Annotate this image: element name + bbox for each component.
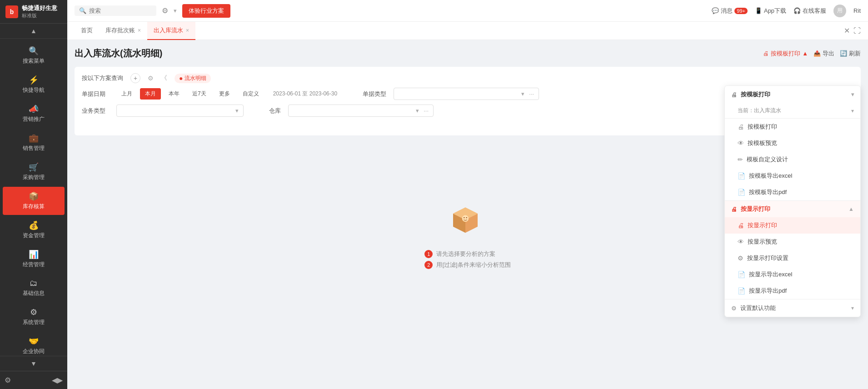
online-service-button[interactable]: 🎧 在线客服 bbox=[793, 7, 826, 15]
print-template-button[interactable]: 🖨 按模板打印 ▲ bbox=[763, 50, 808, 58]
template-print-header-icon: 🖨 bbox=[731, 91, 737, 98]
sidebar-item-quick-nav[interactable]: ⚡ 快捷导航 bbox=[3, 70, 65, 99]
sidebar-item-purchase[interactable]: 🛒 采购管理 bbox=[3, 158, 65, 186]
warehouse-select[interactable]: ▾ ··· bbox=[288, 105, 434, 117]
template-preview-label: 按模板预览 bbox=[748, 139, 777, 147]
tab-flow-close[interactable]: × bbox=[186, 27, 189, 34]
industry-solution-button[interactable]: 体验行业方案 bbox=[182, 4, 230, 18]
sidebar-item-system[interactable]: ⚙ 系统管理 bbox=[3, 303, 65, 331]
sidebar-item-label: 营销推广 bbox=[23, 115, 45, 123]
biz-type-select[interactable]: ▾ bbox=[116, 105, 244, 117]
dropdown-footer[interactable]: ⚙ 设置默认功能 ▾ bbox=[725, 299, 860, 317]
filter-settings-button[interactable]: ⚙ bbox=[148, 75, 154, 82]
sidebar-logo: b 畅捷通好生意 标准版 bbox=[0, 0, 67, 24]
step-1-label: 请先选择要分析的方案 bbox=[436, 250, 495, 258]
user-avatar[interactable]: 用 bbox=[833, 5, 846, 17]
display-print-header[interactable]: 🖨 按显示打印 ▲ bbox=[725, 201, 860, 217]
filter-date-last-7-days[interactable]: 近7天 bbox=[187, 88, 211, 100]
refresh-button[interactable]: 🔄 刷新 bbox=[840, 50, 861, 58]
filter-add-button[interactable]: + bbox=[130, 73, 140, 83]
tab-home-label: 首页 bbox=[81, 26, 93, 35]
doc-type-more[interactable]: ··· bbox=[529, 90, 534, 97]
sidebar-item-marketing[interactable]: 📣 营销推广 bbox=[3, 100, 65, 128]
date-range-display: 2023-06-01 至 2023-06-30 bbox=[273, 90, 337, 98]
topbar-search-box[interactable]: 🔍 bbox=[75, 5, 156, 16]
tab-batch-account[interactable]: 库存批次账 × bbox=[99, 22, 147, 40]
sidebar-scroll-down[interactable]: ▼ bbox=[29, 358, 39, 369]
display-preview-item[interactable]: 👁 按显示预览 bbox=[725, 234, 860, 250]
tab-home[interactable]: 首页 bbox=[75, 22, 99, 40]
app-download-icon: 📱 bbox=[755, 7, 762, 14]
sidebar-item-enterprise[interactable]: 🤝 企业协同 bbox=[3, 332, 65, 356]
date-label: 单据日期 bbox=[82, 90, 109, 98]
template-export-pdf-item[interactable]: 📄 按模板导出pdf bbox=[725, 184, 860, 200]
display-print-item[interactable]: 🖨 按显示打印 bbox=[725, 217, 860, 234]
step-num-1: 1 bbox=[424, 250, 433, 258]
page-content: 出入库流水(流水明细) 🖨 按模板打印 ▲ 📤 导出 🔄 刷新 bbox=[67, 40, 868, 389]
sidebar-item-search[interactable]: 🔍 搜索菜单 bbox=[3, 41, 65, 70]
tab-batch-account-label: 库存批次账 bbox=[105, 26, 135, 35]
filter-tag-flow[interactable]: ● 流水明细 bbox=[175, 74, 211, 83]
filter-date-custom[interactable]: 自定义 bbox=[238, 88, 264, 100]
sidebar-item-basic[interactable]: 🗂 基础信息 bbox=[3, 274, 65, 302]
sidebar-item-inventory[interactable]: 📦 库存核算 bbox=[3, 187, 65, 215]
topbar-dropdown-icon[interactable]: ▾ bbox=[174, 7, 177, 14]
template-custom-item[interactable]: ✏ 模板自定义设计 bbox=[725, 151, 860, 168]
display-preview-icon: 👁 bbox=[738, 238, 744, 245]
svg-point-4 bbox=[462, 215, 469, 222]
finance-icon: 💰 bbox=[29, 220, 39, 230]
display-print-arrow: ▲ bbox=[848, 206, 854, 212]
filter-date-last-month[interactable]: 上月 bbox=[116, 88, 137, 100]
sidebar-nav: 🔍 搜索菜单 ⚡ 快捷导航 📣 营销推广 💼 销售管理 🛒 采购管理 📦 库存核… bbox=[0, 39, 67, 356]
messages-button[interactable]: 💬 消息 99+ bbox=[712, 7, 748, 15]
print-template-label: 按模板打印 bbox=[771, 50, 800, 58]
footer-collapse-icon[interactable]: ◀▶ bbox=[52, 376, 63, 384]
template-print-item-label: 按模板打印 bbox=[748, 123, 777, 131]
filter-date-more[interactable]: 更多 bbox=[214, 88, 235, 100]
sidebar-item-finance[interactable]: 💰 资金管理 bbox=[3, 216, 65, 244]
filter-collapse-button[interactable]: 《 bbox=[161, 74, 167, 82]
user-name: Rit bbox=[853, 7, 861, 14]
sidebar-item-operation[interactable]: 📊 经营管理 bbox=[3, 245, 65, 273]
tab-close-window-icon[interactable]: ✕ bbox=[844, 26, 850, 35]
filter-date-tabs: 上月 本月 本年 近7天 更多 自定义 bbox=[116, 88, 264, 100]
sidebar-item-sales[interactable]: 💼 销售管理 bbox=[3, 129, 65, 157]
app-download-button[interactable]: 📱 App下载 bbox=[755, 7, 786, 15]
filter-tag-label: 流水明细 bbox=[185, 75, 206, 82]
sidebar-footer: ⚙ ◀▶ bbox=[0, 371, 67, 389]
display-export-pdf-label: 按显示导出pdf bbox=[749, 287, 787, 295]
svg-point-6 bbox=[466, 217, 467, 219]
display-print-settings-icon: ⚙ bbox=[738, 254, 743, 262]
template-print-header[interactable]: 🖨 按模板打印 ▾ bbox=[725, 86, 860, 103]
tab-maximize-icon[interactable]: ⛶ bbox=[853, 27, 861, 35]
display-export-pdf-item[interactable]: 📄 按显示导出pdf bbox=[725, 283, 860, 299]
template-custom-icon: ✏ bbox=[738, 156, 743, 163]
filter-date-current-month[interactable]: 本月 bbox=[140, 88, 161, 100]
topbar-gear-icon[interactable]: ⚙ bbox=[162, 6, 168, 15]
display-print-settings-item[interactable]: ⚙ 按显示打印设置 bbox=[725, 250, 860, 266]
export-label: 导出 bbox=[823, 50, 834, 58]
template-preview-item[interactable]: 👁 按模板预览 bbox=[725, 135, 860, 151]
export-button[interactable]: 📤 导出 bbox=[813, 50, 834, 58]
step-num-2: 2 bbox=[424, 261, 433, 269]
step-2-label: 用[过滤]条件来缩小分析范围 bbox=[436, 261, 510, 269]
tab-flow[interactable]: 出入库流水 × bbox=[147, 22, 195, 40]
sidebar: b 畅捷通好生意 标准版 ▲ 🔍 搜索菜单 ⚡ 快捷导航 📣 营销推广 💼 销售… bbox=[0, 0, 67, 389]
template-export-excel-label: 按模板导出excel bbox=[749, 172, 792, 180]
footer-settings-icon[interactable]: ⚙ bbox=[5, 376, 11, 384]
app-download-label: App下载 bbox=[764, 7, 786, 15]
display-export-excel-item[interactable]: 📄 按显示导出excel bbox=[725, 266, 860, 283]
warehouse-more[interactable]: ··· bbox=[424, 107, 429, 114]
template-export-excel-item[interactable]: 📄 按模板导出excel bbox=[725, 168, 860, 184]
template-export-excel-icon: 📄 bbox=[738, 172, 745, 180]
page-title: 出入库流水(流水明细) bbox=[75, 47, 162, 60]
filter-date-this-year[interactable]: 本年 bbox=[164, 88, 185, 100]
template-print-item[interactable]: 🖨 按模板打印 bbox=[725, 119, 860, 135]
sidebar-item-label: 搜索菜单 bbox=[23, 57, 45, 65]
display-print-header-label: 按显示打印 bbox=[741, 205, 770, 213]
search-icon: 🔍 bbox=[29, 46, 39, 56]
sidebar-scroll-up[interactable]: ▲ bbox=[29, 25, 39, 36]
tab-batch-account-close[interactable]: × bbox=[138, 27, 141, 34]
doc-type-select[interactable]: ▾ ··· bbox=[394, 88, 539, 100]
search-input[interactable] bbox=[89, 7, 135, 14]
